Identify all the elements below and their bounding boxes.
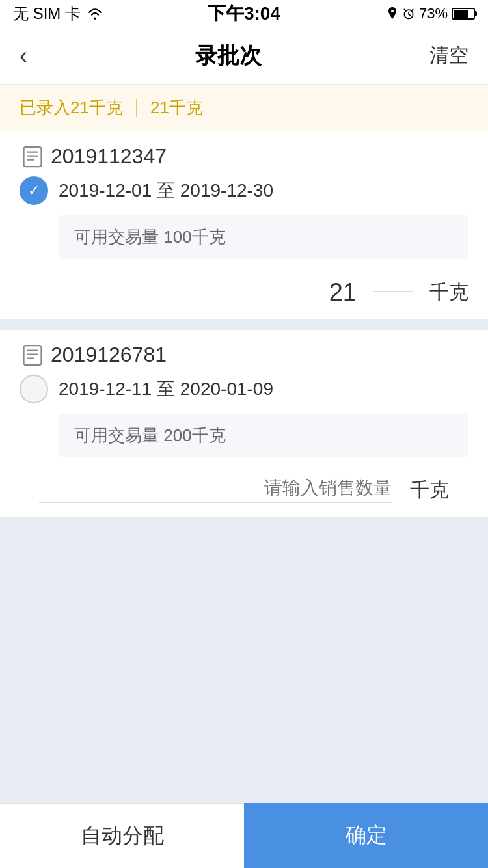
batch-2-unit: 千克	[410, 477, 449, 504]
info-divider	[136, 99, 137, 117]
auto-distribute-button[interactable]: 自动分配	[0, 803, 244, 868]
svg-rect-2	[24, 346, 42, 365]
separator-1	[0, 319, 488, 330]
battery-icon	[452, 8, 475, 20]
batch-1-quantity-row: 21 千克	[20, 272, 468, 319]
batch-1-date-row[interactable]: ✓ 2019-12-01 至 2019-12-30	[20, 176, 468, 205]
batch-1-quantity: 21	[329, 278, 357, 306]
location-icon	[386, 7, 398, 20]
sales-quantity-input[interactable]	[197, 478, 392, 498]
info-banner: 已录入21千克 21千克	[0, 85, 488, 131]
batch-1-radio[interactable]: ✓	[20, 176, 48, 205]
batch-2-available: 可用交易量 200千克	[59, 414, 468, 457]
empty-area	[0, 517, 488, 777]
batch-2-input-row[interactable]: 千克	[20, 470, 468, 517]
clear-button[interactable]: 清空	[429, 42, 468, 69]
batch-1-unit: 千克	[429, 279, 468, 306]
batch-2-date-row[interactable]: 2019-12-11 至 2020-01-09	[20, 375, 468, 403]
batch-1-icon	[20, 145, 46, 169]
carrier-label: 无 SIM 卡	[13, 3, 81, 24]
batch-1-id: 2019112347	[51, 144, 167, 169]
batch-item-2: 2019126781 2019-12-11 至 2020-01-09 可用交易量…	[0, 330, 488, 517]
alarm-icon	[402, 7, 415, 20]
svg-rect-1	[24, 147, 42, 167]
status-right: 73%	[386, 5, 475, 22]
check-icon: ✓	[28, 182, 40, 199]
status-time: 下午3:04	[208, 1, 280, 26]
status-bar: 无 SIM 卡 下午3:04 73%	[0, 0, 488, 27]
batch-1-date: 2019-12-01 至 2019-12-30	[59, 178, 273, 203]
batch-1-available: 可用交易量 100千克	[59, 215, 468, 259]
batch-2-radio[interactable]	[20, 375, 48, 403]
confirm-button[interactable]: 确定	[244, 803, 488, 868]
quantity-underline	[373, 291, 413, 292]
content-area: 2019112347 ✓ 2019-12-01 至 2019-12-30 可用交…	[0, 131, 488, 868]
status-left: 无 SIM 卡	[13, 3, 104, 24]
batch-2-id: 2019126781	[51, 343, 167, 367]
batch-2-date: 2019-12-11 至 2020-01-09	[59, 377, 273, 401]
bottom-bar: 自动分配 确定	[0, 803, 488, 868]
batch-1-header: 2019112347	[20, 144, 468, 169]
nav-bar: ‹ 录批次 清空	[0, 27, 488, 85]
back-button[interactable]: ‹	[20, 42, 27, 70]
batch-2-icon	[20, 344, 46, 367]
battery-percent: 73%	[419, 5, 448, 22]
recorded-value: 21千克	[150, 96, 203, 119]
batch-item-1: 2019112347 ✓ 2019-12-01 至 2019-12-30 可用交…	[0, 131, 488, 319]
recorded-label: 已录入21千克	[20, 96, 123, 119]
wifi-icon	[86, 7, 104, 20]
page-title: 录批次	[195, 41, 262, 71]
batch-2-header: 2019126781	[20, 343, 468, 367]
